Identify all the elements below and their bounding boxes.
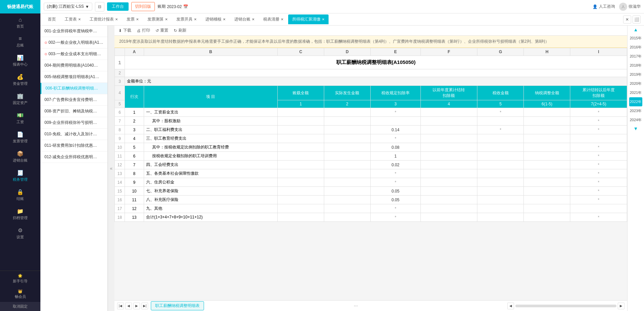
cell-h[interactable] [524,196,570,204]
sidebar-item-payroll[interactable]: 💵 工资 [0,109,40,128]
tab-invoice-calc[interactable]: 发票测算 ✕ [143,14,172,24]
tab-purchase[interactable]: 进销稽核 ✕ [201,14,230,24]
cancel-fixed-btn[interactable]: 取消固定 [0,302,40,311]
tab-purchase-close[interactable]: ✕ [223,18,226,21]
row-item[interactable]: 六、住房公积金 [144,178,277,187]
cell-g[interactable] [477,187,524,196]
cell-h[interactable] [524,134,570,143]
year-item[interactable]: 2016年 [629,43,642,52]
cell-c[interactable] [277,134,324,143]
cell-i[interactable]: * [570,152,627,161]
cell-h[interactable] [524,143,570,152]
switch-version-btn[interactable]: 切到旧版 [131,2,155,11]
cell-f[interactable] [420,143,477,152]
company-selector[interactable]: (勿删) 江西贻宝-LSS ▼ [44,3,92,10]
bottom-tab-label[interactable]: 职工薪酬纳税调整明细表 [151,301,204,310]
more-sheets-btn[interactable]: ⋯ [351,304,361,308]
left-item-001[interactable]: 001-企业所得税年度纳税申… [40,26,107,37]
cell-c[interactable] [277,126,324,134]
sidebar-item-member[interactable]: 👑 畅会员 [0,286,40,302]
print-btn[interactable]: 🖨 打印 [137,28,150,33]
cell-g[interactable] [477,169,524,178]
cell-c[interactable] [277,204,324,213]
cell-g[interactable] [477,213,524,222]
cell-e[interactable] [370,117,420,126]
cell-d[interactable] [324,161,370,169]
refresh-btn[interactable]: ↻ 刷新 [174,28,187,33]
year-down-btn[interactable]: ▼ [628,125,644,133]
row-item[interactable]: 五、各类基本社会保障性缴款 [144,169,277,178]
cell-g[interactable] [477,134,524,143]
cell-g[interactable]: * [477,126,524,134]
left-item-009[interactable]: 009-企业所得税弥补亏损明… [40,117,107,129]
cell-i[interactable]: * [570,143,627,152]
cell-f[interactable] [420,134,477,143]
year-item[interactable]: 2021年 [629,88,642,97]
cell-i[interactable]: * [570,169,627,178]
close-all-tabs-btn[interactable]: ✕ [623,15,631,24]
table-row[interactable]: 105其中：按税收规定比例扣除的职工教育经费0.08* [115,143,627,152]
cell-g[interactable] [477,117,524,126]
cell-e[interactable]: * [370,108,420,117]
cell-e[interactable]: 0.08 [370,143,420,152]
cell-c[interactable] [277,152,324,161]
tab-income-tax-close[interactable]: ✕ [322,18,325,21]
table-row[interactable]: 1712九、其他* [115,204,627,213]
cell-e[interactable]: 0.05 [370,187,420,196]
left-item-011[interactable]: 011-研发费用加计扣除优惠… [40,140,107,151]
cell-e[interactable]: 0.05 [370,196,420,204]
cell-g[interactable] [477,196,524,204]
cell-i[interactable] [570,134,627,143]
cell-c[interactable] [277,178,324,187]
cell-i[interactable]: * [570,117,627,126]
year-item[interactable]: 2024年 [629,115,642,125]
cell-c[interactable] [277,169,324,178]
tab-invoice-close[interactable]: ✕ [136,18,139,21]
cell-i[interactable]: * [570,126,627,134]
table-row[interactable]: 1510七、补充养老保险0.05* [115,187,627,196]
cell-f[interactable] [420,196,477,204]
left-item-002[interactable]: ⊙ 002-一般企业收入明细表(A1… [40,37,107,48]
sidebar-item-closing[interactable]: 🔒 结账 [0,185,40,205]
sheet-nav-next[interactable]: ▶ [133,303,140,309]
sheet-container[interactable]: A B C D E F G H I 1 职 [114,48,627,300]
row-item[interactable]: 一、工资薪金支出 [144,108,277,117]
cell-h[interactable] [524,117,570,126]
table-row[interactable]: 1611八、补充医疗保险0.05* [115,196,627,204]
sheet-nav-last[interactable]: ▶| [141,303,148,309]
tab-payroll-stats-close[interactable]: ✕ [115,18,118,21]
cell-c[interactable] [277,108,324,117]
year-item[interactable]: 2020年 [629,79,642,88]
cell-i[interactable]: * [570,108,627,117]
left-item-003[interactable]: ⊙ 003-一般企业成本支出明细… [40,48,107,60]
row-item[interactable]: 七、补充养老保险 [144,187,277,196]
cell-e[interactable]: * [370,178,420,187]
cell-f[interactable] [420,117,477,126]
cell-i[interactable]: * [570,178,627,187]
user-profile[interactable]: 人 徐滋华 [619,3,641,11]
left-item-005[interactable]: 005-纳税调整项目明细表(A1… [40,71,107,83]
cell-e[interactable]: * [370,134,420,143]
sidebar-item-sales-ledger[interactable]: 📦 进销台账 [0,147,40,166]
cell-f[interactable] [420,152,477,161]
maximize-btn[interactable]: ⬜ [633,15,641,24]
cell-h[interactable] [524,169,570,178]
tab-payroll-stats[interactable]: 工资统计报表 ✕ [86,14,122,24]
cell-g[interactable] [477,161,524,169]
cell-g[interactable]: * [477,108,524,117]
row-item[interactable]: 其中：股权激励 [144,117,277,126]
cell-h[interactable] [524,204,570,213]
cell-h[interactable] [524,126,570,134]
cell-d[interactable] [324,169,370,178]
year-item[interactable]: 2023年 [629,106,642,115]
cell-e[interactable]: * [370,204,420,213]
cell-d[interactable] [324,143,370,152]
tab-purchase-ledger[interactable]: 进销台账 ✕ [230,14,259,24]
sidebar-item-tax-mgmt[interactable]: 🧾 税务管理 [0,166,40,185]
cell-d[interactable] [324,178,370,187]
cell-g[interactable] [477,204,524,213]
left-item-007[interactable]: 007-广告费和业务宣传费明… [40,94,107,106]
cell-c[interactable] [277,143,324,152]
cell-i[interactable]: * [570,187,627,196]
cell-f[interactable] [420,187,477,196]
